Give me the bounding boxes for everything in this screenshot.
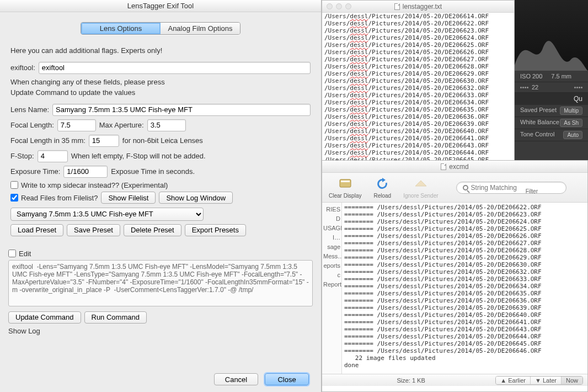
white-balance-label: White Balance	[520, 119, 559, 127]
filelist-checkbox[interactable]	[10, 194, 18, 202]
tone-control-label: Tone Control	[520, 131, 554, 139]
white-balance-value[interactable]: As Sh	[560, 119, 582, 127]
console-sidebar[interactable]: RIESD USAGE I…sage Mess…eportsc Reports	[322, 203, 342, 374]
seg-now[interactable]: Now	[561, 377, 582, 384]
exiftool-path-input[interactable]	[39, 62, 311, 74]
textfile-body[interactable]: /Users/dessl/Pictures/2014/05-20/DE20661…	[322, 13, 514, 163]
edit-checkbox-row[interactable]: Edit	[8, 250, 313, 258]
traffic-lights[interactable]	[327, 3, 351, 9]
console-title: excmd	[449, 163, 468, 171]
xmp-label: Write to xmp sidecar instead?? (Experime…	[21, 181, 168, 189]
histogram	[515, 0, 588, 71]
update-hint: When changing any of these fields, pleas…	[10, 77, 311, 98]
fstop-label: F-Stop:	[10, 152, 34, 160]
exposure-input[interactable]	[63, 166, 108, 178]
update-command-button[interactable]: Update Command	[8, 311, 81, 324]
edit-label: Edit	[19, 250, 31, 258]
lr-iso: ISO 200	[520, 73, 542, 80]
console-statusbar: Size: 1 KB ▲ Earlier ▼ Later Now	[322, 374, 587, 386]
console-window: excmd Clear Display Reload Ignore Sender…	[322, 160, 588, 392]
lenstagger-txt-window: lenstagger.txt /Users/dessl/Pictures/201…	[322, 0, 515, 163]
svg-rect-1	[341, 181, 350, 182]
focal-length-input[interactable]	[57, 119, 96, 131]
exiftool-label: exiftool:	[10, 63, 35, 72]
lr-fstop: 22	[532, 84, 538, 91]
saved-preset-value[interactable]: Multip	[560, 107, 582, 115]
delete-preset-button[interactable]: Delete Preset	[124, 224, 181, 236]
seg-earlier[interactable]: ▲ Earlier	[496, 377, 530, 384]
load-preset-button[interactable]: Load Preset	[10, 224, 63, 236]
exposure-label: Exposure Time:	[10, 167, 60, 176]
tone-control-value[interactable]: Auto	[563, 131, 582, 139]
textfile-title: lenstagger.txt	[403, 3, 442, 10]
filter-label: Filter	[526, 188, 538, 194]
tab-analog-film-options[interactable]: Analog Film Options	[161, 23, 240, 34]
lenstagger-dialog: LensTagger Exif Tool Lens Options Analog…	[0, 0, 322, 392]
focal35-input[interactable]	[89, 135, 119, 147]
tab-lens-options[interactable]: Lens Options	[81, 23, 161, 34]
filelist-checkbox-row[interactable]: Read Files from Filelist?	[10, 194, 98, 202]
ignore-sender-button: Ignore Sender	[403, 176, 438, 199]
max-aperture-label: Max Aperture:	[99, 121, 144, 129]
textfile-titlebar: lenstagger.txt	[322, 1, 514, 13]
filelist-label: Read Files from Filelist?	[21, 194, 98, 202]
console-toolbar: Clear Display Reload Ignore Sender	[322, 173, 587, 203]
console-log[interactable]: ======== /Users/dessl/Pictures/2014/05-2…	[342, 203, 587, 374]
fstop-suffix: When left empty, F-Stop will not be adde…	[71, 152, 206, 160]
show-filelist-button[interactable]: Show Filelist	[101, 192, 156, 204]
lr-mm: 7.5 mm	[551, 73, 571, 80]
focal-length-label: Focal Length:	[10, 121, 54, 129]
aperture-icon	[520, 87, 528, 88]
exposure-suffix: Exposue Time in seconds.	[111, 167, 195, 176]
filter-input[interactable]	[456, 182, 566, 194]
time-segment[interactable]: ▲ Earlier ▼ Later Now	[495, 376, 583, 385]
preset-select[interactable]: Samyang 7.5mm 1:3.5 UMC Fish-eye MFT	[10, 208, 204, 221]
xmp-checkbox-row[interactable]: Write to xmp sidecar instead?? (Experime…	[10, 181, 311, 189]
clear-display-button[interactable]: Clear Display	[329, 176, 361, 199]
command-textarea[interactable]: exiftool -Lens="Samyang 7.5mm 1:3.5 UMC …	[8, 260, 313, 306]
run-command-button[interactable]: Run Command	[84, 311, 147, 324]
reload-button[interactable]: Reload	[373, 176, 391, 199]
document-icon	[394, 3, 400, 10]
show-log-link[interactable]: Show Log	[8, 327, 313, 335]
close-button[interactable]: Close	[265, 373, 309, 385]
lightroom-panel: ISO 200 7.5 mm 22 Qu Saved Preset Multip…	[515, 0, 588, 163]
export-presets-button[interactable]: Export Presets	[185, 224, 246, 236]
shutter-icon	[574, 87, 582, 88]
tabbar: Lens Options Analog Film Options	[81, 22, 240, 35]
search-icon	[463, 185, 468, 190]
status-size: Size: 1 KB	[397, 377, 425, 384]
document-icon	[441, 163, 446, 170]
cancel-button[interactable]: Cancel	[214, 373, 258, 385]
edit-checkbox[interactable]	[8, 250, 16, 257]
lensname-label: Lens Name:	[10, 105, 49, 114]
focal35-label: Focal Length in 35 mm:	[10, 136, 85, 145]
lensname-input[interactable]	[52, 104, 311, 116]
quick-develop-header: Qu	[515, 93, 588, 105]
focal35-suffix: for non-6bit Leica Lenses	[122, 136, 203, 145]
xmp-checkbox[interactable]	[10, 181, 18, 189]
console-titlebar: excmd	[322, 161, 587, 173]
show-log-window-button[interactable]: Show Log Window	[159, 192, 233, 204]
saved-preset-label: Saved Preset	[520, 107, 557, 115]
seg-later[interactable]: ▼ Later	[530, 377, 561, 384]
save-preset-button[interactable]: Save Preset	[67, 224, 120, 236]
window-title: LensTagger Exif Tool	[0, 0, 321, 12]
max-aperture-input[interactable]	[147, 119, 186, 131]
filter-search	[451, 182, 581, 194]
intro-text: Here you can add additional flags. Exper…	[10, 46, 311, 56]
fstop-input[interactable]	[38, 150, 68, 162]
